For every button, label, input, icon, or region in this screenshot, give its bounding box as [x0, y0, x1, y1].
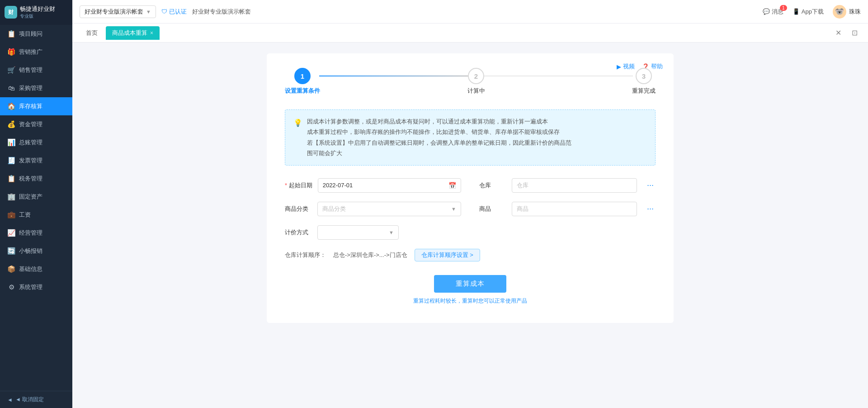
step-2: 2 计算中 [467, 68, 485, 95]
sidebar-item-label: 销售管理 [19, 66, 42, 74]
calc-order-settings-button[interactable]: 仓库计算顺序设置 > [415, 249, 480, 261]
goods-input[interactable]: 商品 [512, 202, 637, 216]
sidebar-item-system[interactable]: ⚙ 系统管理 [0, 278, 72, 296]
account-select[interactable]: 好业财专业版演示帐套 ▼ [80, 5, 156, 18]
user-profile[interactable]: 🐨 珠珠 [833, 5, 861, 19]
sidebar-item-label: 系统管理 [19, 283, 42, 291]
tab-home[interactable]: 首页 [80, 26, 104, 40]
sidebar-item-label: 工资 [19, 211, 31, 219]
basic-icon: 📦 [7, 265, 15, 273]
user-name: 珠珠 [849, 8, 861, 16]
sidebar-item-sales[interactable]: 🛒 销售管理 [0, 61, 72, 79]
sidebar-item-inventory[interactable]: 🏠 库存核算 [0, 97, 72, 115]
warehouse-label: 仓库 [479, 181, 506, 190]
notice-line1: 因成本计算参数调整，或是对商品成本有疑问时，可以通过成本重算功能，重新计算一遍成… [307, 116, 571, 127]
sidebar-item-label: 库存核算 [19, 102, 42, 110]
app-download-button[interactable]: 📱 App下载 [793, 8, 824, 16]
calc-order-label: 仓库计算顺序： [285, 251, 326, 259]
calc-order-value: 总仓->深圳仓库->...->门店仓 [333, 251, 407, 259]
project-icon: 📋 [7, 30, 15, 38]
recalc-section: 重算成本 重算过程耗时较长，重算时您可以正常使用产品 [285, 275, 656, 305]
step-1-circle: 1 [294, 68, 311, 84]
accounting-icon: 📊 [7, 138, 15, 147]
warehouse-more-icon[interactable]: ··· [645, 180, 656, 190]
sidebar-item-tax[interactable]: 📋 税务管理 [0, 170, 72, 188]
info-icon: 💡 [293, 117, 302, 159]
pin-icon: ◄ [7, 397, 13, 403]
notice-line4: 围可能会扩大 [307, 148, 571, 158]
form-row-2: 商品分类 商品分类 ▼ 商品 商品 ··· [285, 202, 656, 216]
app-download-label: App下载 [802, 8, 824, 16]
start-date-label: 起始日期 [285, 181, 312, 190]
main-wrapper: 好业财专业版演示帐套 ▼ 🛡 已认证 好业财专业版演示帐套 💬 消息 1 📱 A… [72, 0, 868, 408]
sidebar: 财 畅捷通好业财 专业版 📋 项目顾问 🎁 营销推广 🛒 销售管理 🛍 采购管理… [0, 0, 72, 408]
step-2-circle: 2 [468, 68, 484, 84]
sidebar-item-assets[interactable]: 🏢 固定资产 [0, 188, 72, 206]
sidebar-item-purchase[interactable]: 🛍 采购管理 [0, 79, 72, 97]
notice-text: 因成本计算参数调整，或是对商品成本有疑问时，可以通过成本重算功能，重新计算一遍成… [307, 116, 571, 159]
step-3-num: 3 [642, 72, 646, 80]
chevron-down-icon: ▼ [146, 9, 151, 14]
logo-text-block: 畅捷通好业财 专业版 [20, 5, 55, 19]
inventory-icon: 🏠 [7, 102, 15, 110]
company-name: 好业财专业版演示帐套 [192, 8, 251, 16]
notice-line3: 若【系统设置】中启用了自动调整记账日期时，会调整入库单的整单记账日期，因此重新计… [307, 138, 571, 148]
tab-home-label: 首页 [86, 29, 98, 37]
pricing-row: 计价方式 ▼ [285, 225, 656, 240]
purchase-icon: 🛍 [7, 84, 15, 92]
sidebar-item-expense[interactable]: 🔄 小畅报销 [0, 242, 72, 260]
step-1-num: 1 [301, 72, 304, 80]
verified-badge: 🛡 已认证 [161, 8, 187, 16]
goods-more-icon[interactable]: ··· [645, 204, 656, 213]
sidebar-item-basic[interactable]: 📦 基础信息 [0, 260, 72, 278]
sidebar-item-project[interactable]: 📋 项目顾问 [0, 25, 72, 43]
tab-recalc-label: 商品成本重算 [112, 29, 147, 37]
salary-icon: 💼 [7, 211, 15, 219]
start-date-input[interactable]: 2022-07-01 📅 [318, 178, 461, 193]
expand-window-button[interactable]: ⊡ [848, 27, 861, 39]
step-1-label: 设置重算条件 [285, 87, 320, 95]
step-3-label: 重算完成 [632, 87, 656, 95]
close-window-button[interactable]: ✕ [832, 27, 844, 39]
pricing-label: 计价方式 [285, 228, 312, 237]
phone-icon: 📱 [793, 8, 800, 15]
messages-button[interactable]: 💬 消息 1 [763, 8, 783, 16]
sidebar-item-label: 项目顾问 [19, 30, 42, 38]
tab-recalc[interactable]: 商品成本重算 × [106, 26, 160, 40]
sidebar-item-salary[interactable]: 💼 工资 [0, 206, 72, 224]
recalc-hint: 重算过程耗时较长，重算时您可以正常使用产品 [285, 297, 656, 305]
step-3: 3 重算完成 [632, 68, 656, 95]
pricing-select[interactable]: ▼ [317, 225, 399, 240]
tab-close-icon[interactable]: × [150, 30, 153, 36]
sidebar-item-label: 小畅报销 [19, 247, 42, 255]
category-select[interactable]: 商品分类 ▼ [317, 202, 461, 216]
sidebar-item-label: 资金管理 [19, 120, 42, 128]
category-placeholder: 商品分类 [322, 205, 346, 213]
invoice-icon: 🧾 [7, 157, 15, 165]
logo-badge: 专业版 [20, 13, 55, 19]
tax-icon: 📋 [7, 175, 15, 183]
sidebar-item-invoice[interactable]: 🧾 发票管理 [0, 152, 72, 170]
messages-badge: 1 [780, 5, 787, 11]
topbar-right: 💬 消息 1 📱 App下载 🐨 珠珠 [763, 5, 861, 19]
warehouse-placeholder: 仓库 [517, 181, 632, 190]
sidebar-pin-toggle[interactable]: ◄ ◄ 取消固定 [0, 391, 72, 408]
sidebar-item-accounting[interactable]: 📊 总账管理 [0, 133, 72, 152]
goods-placeholder: 商品 [517, 205, 632, 213]
shield-icon: 🛡 [161, 8, 167, 15]
start-date-field: 起始日期 2022-07-01 📅 [285, 178, 461, 193]
step-3-circle: 3 [636, 68, 652, 84]
chevron-down-icon: ▼ [451, 206, 456, 212]
recalc-button[interactable]: 重算成本 [434, 275, 506, 293]
warehouse-field: 仓库 仓库 ··· [479, 178, 656, 193]
sales-icon: 🛒 [7, 66, 15, 74]
sidebar-logo: 财 畅捷通好业财 专业版 [0, 0, 72, 25]
operations-icon: 📈 [7, 229, 15, 237]
warehouse-input[interactable]: 仓库 [512, 178, 637, 193]
sidebar-item-marketing[interactable]: 🎁 营销推广 [0, 43, 72, 61]
topbar: 好业财专业版演示帐套 ▼ 🛡 已认证 好业财专业版演示帐套 💬 消息 1 📱 A… [72, 0, 868, 24]
sidebar-item-finance[interactable]: 💰 资金管理 [0, 115, 72, 133]
calendar-icon: 📅 [448, 182, 456, 189]
sidebar-item-operations[interactable]: 📈 经营管理 [0, 224, 72, 242]
content-card: ▶ 视频 ❓ 帮助 1 设置重算条件 [267, 53, 674, 323]
